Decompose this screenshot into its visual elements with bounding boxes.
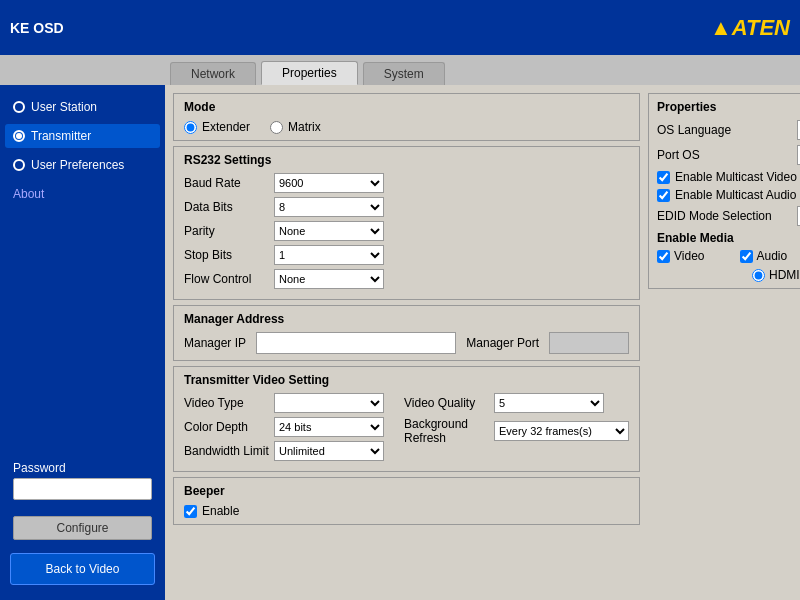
os-language-label: OS Language (657, 123, 797, 137)
flow-control-label: Flow Control (184, 272, 274, 286)
bandwidth-limit-row: Bandwidth Limit Unlimited (184, 441, 384, 461)
manager-ip-label: Manager IP (184, 336, 246, 350)
rs232-section: RS232 Settings Baud Rate 9600 Data Bits … (173, 146, 640, 300)
app-header: KE OSD ▲ATEN (0, 0, 800, 55)
baud-rate-select[interactable]: 9600 (274, 173, 384, 193)
stop-bits-select[interactable]: 1 (274, 245, 384, 265)
data-bits-select[interactable]: 8 (274, 197, 384, 217)
sidebar-about[interactable]: About (5, 182, 160, 206)
stop-bits-label: Stop Bits (184, 248, 274, 262)
sidebar-item-transmitter[interactable]: Transmitter (5, 124, 160, 148)
edid-label: EDID Mode Selection (657, 209, 797, 223)
background-refresh-label: Background Refresh (404, 417, 494, 445)
video-setting-title: Transmitter Video Setting (184, 373, 629, 387)
properties-title: Properties (657, 100, 800, 114)
video-type-label: Video Type (184, 396, 274, 410)
media-grid: Video Audio USB RS232 (657, 249, 800, 263)
radio-transmitter (13, 130, 25, 142)
tab-network[interactable]: Network (170, 62, 256, 85)
audio-label: Audio (757, 249, 788, 263)
color-depth-label: Color Depth (184, 420, 274, 434)
sidebar-item-user-preferences[interactable]: User Preferences (5, 153, 160, 177)
tabs-bar: Network Properties System (0, 55, 800, 85)
multicast-video-row: Enable Multicast Video (657, 170, 800, 184)
bandwidth-limit-select[interactable]: Unlimited (274, 441, 384, 461)
stop-bits-row: Stop Bits 1 (184, 245, 629, 265)
beeper-section: Beeper Enable (173, 477, 640, 525)
video-quality-select[interactable]: 5 (494, 393, 604, 413)
flow-control-select[interactable]: None (274, 269, 384, 289)
beeper-enable-checkbox[interactable] (184, 505, 197, 518)
manager-port-input[interactable]: 9110 (549, 332, 629, 354)
hdmi-radio-item: HDMI (752, 268, 800, 282)
hdmi-radio[interactable] (752, 269, 765, 282)
baud-rate-label: Baud Rate (184, 176, 274, 190)
video-type-select[interactable] (274, 393, 384, 413)
video-media-item: Video (657, 249, 737, 263)
sidebar: User Station Transmitter User Preference… (0, 85, 165, 600)
port-os-row: Port OS WIN (657, 145, 800, 165)
multicast-audio-label: Enable Multicast Audio (675, 188, 796, 202)
matrix-radio-group: Matrix (270, 120, 321, 134)
video-checkbox[interactable] (657, 250, 670, 263)
password-input[interactable] (13, 478, 152, 500)
radio-user-preferences (13, 159, 25, 171)
video-quality-label: Video Quality (404, 396, 494, 410)
video-label: Video (674, 249, 704, 263)
configure-button[interactable]: Configure (13, 516, 153, 540)
beeper-row: Enable (184, 504, 629, 518)
sidebar-label-user-preferences: User Preferences (31, 158, 124, 172)
main-content: User Station Transmitter User Preference… (0, 85, 800, 600)
tab-properties[interactable]: Properties (261, 61, 358, 85)
parity-label: Parity (184, 224, 274, 238)
aten-logo: ▲ATEN (710, 15, 790, 41)
manager-ip-input[interactable] (256, 332, 456, 354)
beeper-enable-label: Enable (202, 504, 239, 518)
color-depth-select[interactable]: 24 bits (274, 417, 384, 437)
parity-select[interactable]: None (274, 221, 384, 241)
extender-label: Extender (202, 120, 250, 134)
password-section: Password (5, 456, 160, 508)
signal-type-row: HDMI Analog Auto (657, 268, 800, 282)
background-refresh-select[interactable]: Every 32 frames(s) (494, 421, 629, 441)
manager-row: Manager IP Manager Port 9110 (184, 332, 629, 354)
port-os-label: Port OS (657, 148, 797, 162)
password-label: Password (13, 461, 152, 475)
back-to-video-button[interactable]: Back to Video (10, 553, 155, 585)
properties-panel: Properties OS Language English (US) Port… (648, 93, 800, 289)
multicast-audio-checkbox[interactable] (657, 189, 670, 202)
audio-media-item: Audio (740, 249, 801, 263)
multicast-video-checkbox[interactable] (657, 171, 670, 184)
left-column: Mode Extender Matrix RS232 Set (173, 93, 640, 525)
audio-checkbox[interactable] (740, 250, 753, 263)
data-bits-label: Data Bits (184, 200, 274, 214)
background-refresh-row: Background Refresh Every 32 frames(s) (404, 417, 629, 445)
mode-row: Extender Matrix (184, 120, 629, 134)
beeper-title: Beeper (184, 484, 629, 498)
manager-section: Manager Address Manager IP Manager Port … (173, 305, 640, 361)
data-bits-row: Data Bits 8 (184, 197, 629, 217)
top-row: Mode Extender Matrix RS232 Set (173, 93, 792, 525)
parity-row: Parity None (184, 221, 629, 241)
manager-title: Manager Address (184, 312, 629, 326)
extender-radio[interactable] (184, 121, 197, 134)
radio-user-station (13, 101, 25, 113)
sidebar-item-user-station[interactable]: User Station (5, 95, 160, 119)
video-setting-section: Transmitter Video Setting Video Type Col… (173, 366, 640, 472)
edid-row: EDID Mode Selection Manual EDID (657, 206, 800, 226)
content-area: Mode Extender Matrix RS232 Set (165, 85, 800, 600)
os-language-row: OS Language English (US) (657, 120, 800, 140)
video-quality-row: Video Quality 5 (404, 393, 629, 413)
rs232-title: RS232 Settings (184, 153, 629, 167)
mode-title: Mode (184, 100, 629, 114)
baud-rate-row: Baud Rate 9600 (184, 173, 629, 193)
sidebar-label-user-station: User Station (31, 100, 97, 114)
matrix-radio[interactable] (270, 121, 283, 134)
flow-control-row: Flow Control None (184, 269, 629, 289)
right-column: Properties OS Language English (US) Port… (648, 93, 800, 525)
video-type-row: Video Type (184, 393, 384, 413)
tab-system[interactable]: System (363, 62, 445, 85)
sidebar-label-transmitter: Transmitter (31, 129, 91, 143)
multicast-video-label: Enable Multicast Video (675, 170, 797, 184)
manager-port-label: Manager Port (466, 336, 539, 350)
